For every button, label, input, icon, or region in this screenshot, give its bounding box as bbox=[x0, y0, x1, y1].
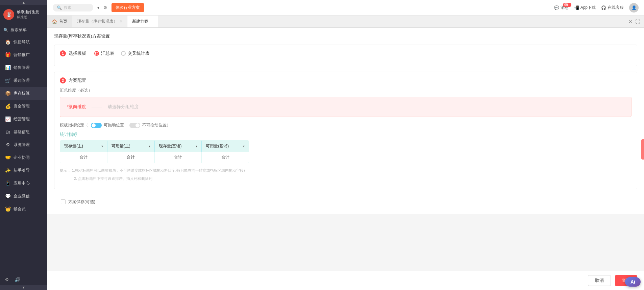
save-option-row: 方案保存(可选) bbox=[54, 195, 637, 209]
user-avatar[interactable]: 👤 bbox=[629, 3, 639, 13]
chevron-down-icon-3: ▾ bbox=[196, 144, 197, 148]
metrics-label-text: 模板指标设定（ bbox=[60, 122, 88, 128]
sidebar-item-base[interactable]: 🗂 基础信息 bbox=[0, 125, 47, 138]
stats-col-3[interactable]: 现存量(基辅) ▾ bbox=[155, 141, 202, 152]
volume-icon[interactable]: 🔊 bbox=[15, 277, 20, 282]
stats-data-2: 合计 bbox=[107, 152, 155, 163]
sidebar-item-purchase[interactable]: 🛒 采购管理 bbox=[0, 74, 47, 87]
gift-icon: 🎁 bbox=[5, 52, 11, 58]
radio-summary[interactable]: 汇总表 bbox=[94, 50, 114, 56]
sidebar-scroll-up[interactable]: ▲ bbox=[0, 0, 47, 5]
toggle-draggable-on[interactable] bbox=[91, 123, 102, 128]
tip-2: 2. 点击标题栏下拉可设置排序、插入列和删除列 bbox=[60, 175, 631, 182]
tabbar-controls: ✕ ⛶ bbox=[628, 19, 644, 24]
gear-icon[interactable]: ⚙ bbox=[103, 5, 107, 10]
settings-icon[interactable]: ⚙ bbox=[5, 277, 9, 282]
sidebar-item-label: 营销推广 bbox=[14, 52, 30, 58]
stats-col-4[interactable]: 可用量(基辅) ▾ bbox=[202, 141, 249, 152]
money-icon: 💰 bbox=[5, 103, 11, 109]
toggle-non-draggable-off[interactable] bbox=[129, 123, 140, 128]
tab-minimize-icon[interactable]: ✕ bbox=[628, 19, 633, 24]
ai-float-button[interactable]: Ai bbox=[625, 277, 641, 287]
tab-close-inventory[interactable]: ✕ bbox=[120, 20, 122, 23]
right-scroll-hint[interactable] bbox=[641, 139, 644, 160]
metrics-label-row: 模板指标设定（ 可拖动位置 不可拖动位置） bbox=[60, 122, 631, 128]
sidebar-item-marketing[interactable]: 🎁 营销推广 bbox=[0, 48, 47, 61]
app-name: 畅康通好生意 标准版 bbox=[17, 9, 39, 19]
sidebar-item-member[interactable]: 👑 畅会员 bbox=[0, 202, 47, 215]
messages-button[interactable]: 💬 消息 99+ bbox=[554, 5, 569, 10]
sidebar-item-inventory[interactable]: 📦 库存核算 bbox=[0, 87, 47, 100]
sidebar-item-finance[interactable]: 💰 资金管理 bbox=[0, 100, 47, 113]
sidebar-item-wechat[interactable]: 💬 企业微信 bbox=[0, 190, 47, 202]
sidebar-item-apps[interactable]: 📱 应用中心 bbox=[0, 177, 47, 190]
tab-inventory-status[interactable]: 现存量（库存状况表） ✕ bbox=[72, 16, 127, 27]
sparkle-icon: ✨ bbox=[5, 167, 11, 173]
tab-new-plan[interactable]: 新建方案 ✕ bbox=[127, 16, 158, 27]
sidebar-scroll-down[interactable]: ▼ bbox=[0, 285, 47, 290]
tab-label: 首页 bbox=[59, 19, 67, 24]
sidebar-item-system[interactable]: ⚙ 系统管理 bbox=[0, 138, 47, 151]
save-checkbox[interactable] bbox=[61, 199, 66, 204]
topbar-search-icon: 🔍 bbox=[57, 5, 62, 10]
trends-icon: 📈 bbox=[5, 116, 11, 122]
stats-col-2-label: 可用量(主) bbox=[112, 143, 130, 149]
sidebar-item-label: 企业微信 bbox=[14, 193, 30, 199]
tab-close-new[interactable]: ✕ bbox=[150, 20, 153, 23]
stats-col-2[interactable]: 可用量(主) ▾ bbox=[107, 141, 155, 152]
app-download-button[interactable]: 📲 App下载 bbox=[574, 5, 596, 10]
stats-data-1: 合计 bbox=[60, 152, 107, 163]
dimension-required-area[interactable]: *纵向维度 —— 请选择分组维度 bbox=[60, 97, 631, 117]
step1-header: 1 选择模板 汇总表 交叉统计表 bbox=[60, 50, 631, 56]
topbar-search-placeholder: 搜索 bbox=[64, 5, 71, 10]
sidebar-item-label: 资金管理 bbox=[14, 103, 30, 109]
page-title: 现存量(库存状况表)方案设置 bbox=[54, 33, 637, 39]
sidebar-item-sales[interactable]: 📊 销售管理 bbox=[0, 61, 47, 74]
dimension-dash: —— bbox=[92, 104, 102, 110]
topbar-search-box[interactable]: 🔍 搜索 bbox=[53, 4, 93, 11]
tab-label: 现存量（库存状况表） bbox=[77, 19, 118, 24]
save-label: 方案保存(可选) bbox=[68, 199, 95, 205]
app-logo-icon: 🐰 bbox=[3, 9, 14, 20]
cancel-button[interactable]: 取消 bbox=[588, 275, 611, 286]
main-area: 🔍 搜索 ▾ ⚙ 体验行业方案 💬 消息 99+ 📲 App下载 🎧 在线客服 … bbox=[47, 0, 644, 290]
crown-icon: 👑 bbox=[5, 206, 11, 212]
experience-button[interactable]: 体验行业方案 bbox=[112, 3, 144, 12]
sidebar-item-label: 新手引导 bbox=[14, 168, 30, 173]
box-icon: 📦 bbox=[5, 90, 11, 96]
step2-header: 2 方案配置 bbox=[60, 77, 631, 83]
stats-col-1[interactable]: 现存量(主) ▾ bbox=[60, 141, 107, 152]
content-inner: 现存量(库存状况表)方案设置 1 选择模板 汇总表 交叉统计表 bbox=[47, 28, 644, 214]
stats-data-3: 合计 bbox=[155, 152, 202, 163]
message-icon: 💬 bbox=[554, 5, 559, 10]
toggle-non-draggable: 不可拖动位置） bbox=[129, 122, 171, 128]
tab-expand-icon[interactable]: ⛶ bbox=[635, 19, 640, 24]
sidebar-item-operation[interactable]: 📈 经营管理 bbox=[0, 113, 47, 125]
service-label: 在线客服 bbox=[608, 5, 624, 10]
online-service-button[interactable]: 🎧 在线客服 bbox=[601, 5, 624, 10]
stats-title: 统计指标 bbox=[60, 131, 631, 138]
chevron-down-icon-4: ▾ bbox=[243, 144, 245, 148]
radio-cross[interactable]: 交叉统计表 bbox=[121, 50, 150, 56]
radio-summary-circle bbox=[94, 51, 99, 56]
home-tab-icon: 🏠 bbox=[52, 19, 57, 24]
radio-summary-label: 汇总表 bbox=[101, 50, 114, 56]
sidebar-item-guide[interactable]: ✨ 新手引导 bbox=[0, 164, 47, 177]
tips-area: 提示： 1.拖动标题栏可以调整布局，不可跨维度或指标区域拖动栏目字段(只能在同一… bbox=[60, 167, 631, 182]
sidebar-item-label: 企业协同 bbox=[14, 155, 30, 161]
system-icon: ⚙ bbox=[5, 142, 11, 148]
sidebar-item-label: 库存核算 bbox=[14, 91, 30, 96]
stats-col-3-label: 现存量(基辅) bbox=[159, 143, 182, 149]
sidebar-item-label: 畅会员 bbox=[14, 206, 26, 212]
vertical-dimension-label: *纵向维度 bbox=[67, 104, 86, 110]
sidebar-item-enterprise[interactable]: 🤝 企业协同 bbox=[0, 151, 47, 164]
topbar-right: 💬 消息 99+ 📲 App下载 🎧 在线客服 👤 bbox=[554, 3, 639, 13]
tab-home[interactable]: 🏠 首页 bbox=[47, 16, 72, 27]
chevron-down-icon-1: ▾ bbox=[101, 144, 103, 148]
sidebar-search[interactable]: 🔍 搜索菜单 bbox=[0, 24, 47, 35]
step1-title: 选择模板 bbox=[69, 50, 86, 56]
sidebar-item-quick-nav[interactable]: 🏠 快捷导航 bbox=[0, 35, 47, 48]
radio-cross-label: 交叉统计表 bbox=[128, 50, 150, 56]
tabbar: 🏠 首页 现存量（库存状况表） ✕ 新建方案 ✕ ✕ ⛶ bbox=[47, 16, 644, 28]
topbar-dropdown[interactable]: ▾ bbox=[97, 5, 99, 10]
